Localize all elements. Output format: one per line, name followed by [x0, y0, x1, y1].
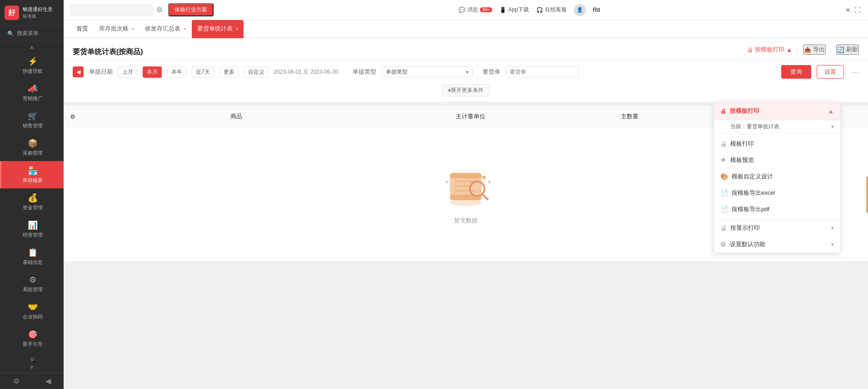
template-design-item-icon: 🎨 [720, 173, 728, 180]
sidebar-item-newbie[interactable]: 🎯 新手引导 [0, 325, 64, 352]
refresh-icon: 🔄 [837, 46, 844, 53]
dropdown-collapse-button[interactable]: ▲ [828, 107, 834, 115]
date-last-7-days-button[interactable]: 近7天 [192, 66, 214, 78]
toolbar-divider-1: | [797, 46, 798, 53]
template-print-item-label: 模板打印 [730, 140, 754, 148]
tab-order-stats-close-icon[interactable]: × [235, 26, 238, 31]
topbar-search-input[interactable] [71, 5, 153, 15]
app-badge: 标准版 [23, 13, 53, 20]
table-header-settings[interactable]: ⚙ [64, 111, 82, 123]
tab-order-stats[interactable]: 要货单统计表 × [192, 20, 244, 38]
expand-label: 展开更多条件 [451, 86, 484, 94]
template-print-button[interactable]: 🖨 按模板打印 ▲ [747, 45, 792, 54]
dropdown-items-section: 🖨 模板打印 👁 模板预览 🎨 模板自定义设计 [714, 134, 840, 220]
template-print-label: 按模板打印 [755, 45, 784, 54]
current-template-chevron: ▾ [831, 124, 834, 130]
doc-type-select[interactable]: 单据类型 [382, 66, 473, 77]
quick-nav-label: 快捷导航 [23, 68, 43, 75]
dropdown-item-export-excel[interactable]: 📄 按模板导出excel [714, 185, 840, 201]
sidebar-item-finance[interactable]: 💰 资金管理 [0, 188, 64, 216]
sidebar-item-purchase[interactable]: 📦 采购管理 [0, 134, 64, 161]
dropdown-item-export-pdf[interactable]: 📄 按模板导出pdf [714, 201, 840, 217]
current-template-label: 当前：要货单统计表 ▾ [714, 120, 840, 134]
purchase-icon: 📦 [28, 138, 38, 148]
order-item-label: 要货单 [483, 68, 500, 76]
setting-button[interactable]: 设置 [817, 65, 844, 79]
export-button[interactable]: 📤 导出 [803, 45, 826, 55]
expand-filter-button[interactable]: ▾ 展开更多条件 [442, 84, 489, 96]
dropdown-section-items: 🖨 按显示打印 ▾ ⚙ 设置默认功能 ▾ [714, 220, 840, 253]
dropdown-printer-icon: 🖨 [720, 108, 726, 115]
expand-row: ▾ 展开更多条件 [73, 82, 859, 96]
empty-state-icon [439, 164, 493, 209]
template-print-item-left: 🖨 模板打印 [720, 140, 754, 148]
search-menu-item[interactable]: 🔍 搜索菜单 [0, 26, 64, 41]
tab-receipt-summary[interactable]: 收发存汇总表 × [140, 20, 191, 38]
query-button[interactable]: 查询 [781, 65, 811, 79]
user-avatar[interactable]: 👤 [574, 4, 586, 16]
online-service-button[interactable]: 🎧 在线客服 [536, 6, 567, 14]
sidebar-nav: ⚡ 快捷导航 📣 营销推广 🛒 销售管理 📦 采购管理 🏪 库存核算 💰 资金管… [0, 52, 64, 362]
scroll-down-button[interactable]: ▼ [0, 362, 64, 373]
close-icon[interactable]: ✕ [845, 6, 851, 14]
date-more-button[interactable]: 更多 [219, 66, 239, 78]
more-options-icon[interactable]: ··· [852, 67, 859, 77]
app-download-label: App下载 [508, 6, 529, 14]
date-last-month-button[interactable]: 上月 [118, 66, 137, 78]
order-item-input[interactable] [506, 66, 579, 77]
maximize-icon[interactable]: ⛶ [854, 6, 861, 14]
doc-type-filter-label: 单据类型 [353, 68, 376, 76]
dropdown-item-template-design[interactable]: 🎨 模板自定义设计 [714, 168, 840, 185]
dropdown-display-print[interactable]: 🖨 按显示打印 ▾ [714, 220, 840, 236]
date-range-display: 2023-06-01 至 2023-06-30 [274, 68, 338, 76]
date-custom-button[interactable]: 自定义 [244, 66, 269, 78]
column-settings-icon[interactable]: ⚙ [70, 113, 75, 120]
template-design-item-left: 🎨 模板自定义设计 [720, 172, 773, 181]
collab-icon: 🤝 [28, 302, 38, 312]
collapse-sidebar-button[interactable]: ◀ [45, 377, 51, 385]
sidebar-item-collab[interactable]: 🤝 企业协同 [0, 298, 64, 325]
message-button[interactable]: 💬 消息 99+ [459, 6, 492, 14]
settings-footer-button[interactable]: ⚙ [13, 377, 20, 385]
search-icon: 🔍 [7, 30, 14, 37]
scroll-up-button[interactable]: ▲ [0, 41, 64, 52]
sidebar: 好 畅捷通好生意 标准版 🔍 搜索菜单 ▲ ⚡ 快捷导航 📣 营销推广 🛒 销售… [0, 0, 64, 389]
sidebar-item-basic[interactable]: 📋 基础信息 [0, 243, 64, 270]
tab-order-stats-label: 要货单统计表 [197, 25, 233, 33]
tab-home[interactable]: 首页 [71, 20, 94, 38]
date-current-month-button[interactable]: 本月 [143, 66, 162, 78]
sidebar-item-inventory[interactable]: 🏪 库存核算 [0, 161, 64, 188]
filter-toggle-button[interactable]: ◀ [73, 66, 84, 77]
user-name: Rit [593, 6, 600, 13]
svg-line-8 [482, 194, 488, 199]
date-filter-label: 单据日期 [89, 68, 113, 76]
tab-receipt-summary-close-icon[interactable]: × [183, 26, 186, 31]
sidebar-item-system[interactable]: ⚙ 系统管理 [0, 270, 64, 298]
user-avatar-icon: 👤 [577, 7, 583, 13]
appstore-icon: 📱 [28, 357, 38, 362]
tab-inventory-batch-close-icon[interactable]: × [131, 26, 134, 31]
dropdown-set-default[interactable]: ⚙ 设置默认功能 ▾ [714, 236, 840, 253]
sidebar-item-appstore[interactable]: 📱 应用中心 [0, 352, 64, 362]
sidebar-item-quick-nav[interactable]: ⚡ 快捷导航 [0, 52, 64, 79]
scrollbar-indicator [866, 177, 868, 213]
sidebar-item-operation[interactable]: 📊 经营管理 [0, 216, 64, 243]
svg-point-10 [488, 181, 491, 183]
app-download-button[interactable]: 📱 App下载 [499, 6, 529, 14]
dropdown-item-template-print[interactable]: 🖨 模板打印 [714, 136, 840, 152]
svg-rect-2 [450, 173, 482, 178]
tab-inventory-batch[interactable]: 库存批次账 × [94, 20, 140, 38]
dropdown-item-template-preview[interactable]: 👁 模板预览 [714, 152, 840, 168]
promo-button[interactable]: 体验行业方案 [168, 3, 214, 16]
sidebar-item-marketing[interactable]: 📣 营销推广 [0, 79, 64, 106]
sidebar-item-sales[interactable]: 🛒 销售管理 [0, 106, 64, 134]
online-service-icon: 🎧 [536, 7, 543, 13]
printer-icon: 🖨 [747, 46, 753, 53]
date-current-year-button[interactable]: 本年 [167, 66, 186, 78]
app-download-icon: 📱 [499, 7, 506, 13]
search-menu-label: 搜索菜单 [17, 30, 39, 37]
message-icon: 💬 [459, 7, 465, 13]
refresh-button[interactable]: 🔄 刷新 [836, 45, 859, 55]
main-content: ⚙ 体验行业方案 💬 消息 99+ 📱 App下载 🎧 在线客服 👤 Rit ✕ [64, 0, 868, 389]
topbar-gear-icon[interactable]: ⚙ [156, 5, 163, 14]
